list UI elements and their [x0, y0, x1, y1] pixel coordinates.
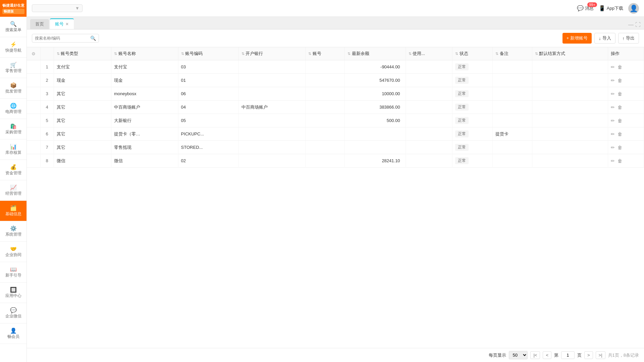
sidebar-purchase-label: 采购管理 — [2, 129, 25, 135]
sort-settle-icon: ⇅ — [535, 52, 538, 56]
sidebar-retail-label: 零售管理 — [2, 68, 25, 74]
tab-bar-expand-icon[interactable]: ⛶ — [635, 22, 641, 28]
top-search-dropdown-icon[interactable]: ▼ — [75, 6, 79, 11]
sidebar-item-enterprise-collab[interactable]: 🤝 企业协同 — [0, 242, 26, 262]
edit-icon[interactable]: ✏ — [611, 158, 615, 164]
app-download-icon: 📱 — [599, 5, 605, 11]
sidebar-item-basic-info[interactable]: 🗂️ 基础信息 — [0, 201, 26, 221]
row-remark — [492, 60, 532, 74]
row-code: 02 — [178, 154, 238, 168]
sidebar-item-inventory[interactable]: 📊 库存核算 — [0, 139, 26, 160]
row-usage — [406, 127, 452, 141]
row-settings-cell — [27, 127, 40, 141]
edit-icon[interactable]: ✏ — [611, 105, 615, 110]
import-button[interactable]: ↓ 导入 — [594, 33, 615, 44]
page-prev-button[interactable]: < — [543, 351, 551, 359]
status-badge: 正常 — [455, 117, 469, 124]
edit-icon[interactable]: ✏ — [611, 131, 615, 137]
col-account[interactable]: ⇅ 账号 — [306, 47, 345, 60]
sidebar-item-search[interactable]: 🔍 搜索菜单 — [0, 17, 26, 37]
edit-icon[interactable]: ✏ — [611, 64, 615, 70]
row-remark — [492, 87, 532, 101]
col-type[interactable]: ⇅ 账号类型 — [54, 47, 111, 60]
accounts-table: ⚙ ⇅ 账号类型 ⇅ 账号名称 ⇅ 账号编码 — [27, 47, 644, 168]
top-search-input[interactable] — [35, 6, 75, 11]
sidebar-item-quick-nav[interactable]: ⚡ 快捷导航 — [0, 37, 26, 58]
sidebar-item-system[interactable]: ⚙️ 系统管理 — [0, 221, 26, 242]
sidebar-item-retail[interactable]: 🛒 零售管理 — [0, 58, 26, 78]
row-balance: 28241.10 — [344, 154, 406, 168]
row-account — [306, 127, 345, 141]
page-label: 第 — [554, 352, 558, 358]
sidebar-item-finance[interactable]: 💰 资金管理 — [0, 160, 26, 180]
messages-button[interactable]: 💬 99+ 消息 — [577, 5, 594, 11]
sidebar-item-ecommerce[interactable]: 🌐 电商管理 — [0, 99, 26, 119]
sidebar-item-wholesale[interactable]: 📦 批发管理 — [0, 78, 26, 99]
row-usage — [406, 141, 452, 154]
tab-account-close[interactable]: ✕ — [65, 22, 69, 26]
page-number-input[interactable] — [561, 351, 575, 359]
delete-icon[interactable]: 🗑 — [618, 145, 622, 150]
page-last-button[interactable]: >| — [596, 351, 605, 359]
table-header-row: ⚙ ⇅ 账号类型 ⇅ 账号名称 ⇅ 账号编码 — [27, 47, 644, 60]
edit-icon[interactable]: ✏ — [611, 78, 615, 83]
col-usage[interactable]: ⇅ 使用... — [406, 47, 452, 60]
row-bank — [238, 87, 306, 101]
add-account-label: + 新增账号 — [567, 35, 588, 41]
delete-icon[interactable]: 🗑 — [618, 131, 622, 137]
delete-icon[interactable]: 🗑 — [618, 64, 622, 70]
tab-home[interactable]: 首页 — [30, 19, 49, 29]
row-code: 06 — [178, 87, 238, 101]
col-bank[interactable]: ⇅ 开户银行 — [238, 47, 306, 60]
page-next-button[interactable]: > — [584, 351, 593, 359]
page-first-button[interactable]: |< — [530, 351, 540, 359]
sidebar-item-app-center[interactable]: 🔲 应用中心 — [0, 283, 26, 303]
sidebar-item-newbie-guide[interactable]: 📖 新手引导 — [0, 262, 26, 283]
status-badge: 正常 — [455, 157, 469, 164]
row-settings-cell — [27, 60, 40, 74]
row-balance: 547670.00 — [344, 74, 406, 87]
export-button[interactable]: ↑ 导出 — [618, 33, 639, 44]
settings-icon[interactable]: ⚙ — [32, 51, 36, 56]
user-avatar[interactable]: 👤 — [628, 3, 639, 14]
guide-icon: 📖 — [2, 266, 25, 273]
search-icon: 🔍 — [90, 36, 96, 41]
top-search-box[interactable]: ▼ — [32, 4, 83, 12]
sidebar-item-member[interactable]: 👤 畅会员 — [0, 323, 26, 344]
edit-icon[interactable]: ✏ — [611, 91, 615, 97]
delete-icon[interactable]: 🗑 — [618, 118, 622, 123]
header-left: ▼ — [32, 4, 83, 12]
row-settings-cell — [27, 141, 40, 154]
sidebar-item-enterprise-wechat[interactable]: 💬 企业微信 — [0, 303, 26, 323]
col-settings: ⚙ — [27, 47, 40, 60]
col-default-settle[interactable]: ⇅ 默认结算方式 — [532, 47, 608, 60]
row-balance: 500.00 — [344, 114, 406, 127]
delete-icon[interactable]: 🗑 — [618, 78, 622, 83]
row-balance: 10000.00 — [344, 87, 406, 101]
col-name[interactable]: ⇅ 账号名称 — [111, 47, 178, 60]
col-code[interactable]: ⇅ 账号编码 — [178, 47, 238, 60]
row-settings-cell — [27, 87, 40, 101]
col-balance[interactable]: ⇅ 最新余额 — [344, 47, 406, 60]
delete-icon[interactable]: 🗑 — [618, 91, 622, 97]
search-box[interactable]: 🔍 — [32, 34, 99, 43]
page-size-select[interactable]: 50 100 200 — [509, 351, 528, 359]
app-download-button[interactable]: 📱 App下载 — [599, 5, 623, 11]
table-row: 3 其它 moneybosx 06 10000.00 正常 ✏ 🗑 — [27, 87, 644, 101]
col-remark[interactable]: ⇅ 备注 — [492, 47, 532, 60]
add-account-button[interactable]: + 新增账号 — [562, 33, 592, 44]
delete-icon[interactable]: 🗑 — [618, 105, 622, 110]
col-status[interactable]: ⇅ 状态 — [452, 47, 493, 60]
row-default-settle — [532, 127, 608, 141]
tab-account[interactable]: 账号 ✕ — [50, 18, 74, 29]
edit-icon[interactable]: ✏ — [611, 118, 615, 123]
tab-bar-minimize-icon[interactable]: — — [628, 22, 634, 28]
edit-icon[interactable]: ✏ — [611, 145, 615, 150]
sidebar-item-purchase[interactable]: 🛍️ 采购管理 — [0, 119, 26, 139]
sidebar-item-operations[interactable]: 📈 经营管理 — [0, 180, 26, 201]
sort-code-icon: ⇅ — [181, 52, 184, 56]
search-input[interactable] — [35, 36, 90, 41]
import-label: 导入 — [602, 35, 611, 41]
delete-icon[interactable]: 🗑 — [618, 158, 622, 164]
status-badge: 正常 — [455, 144, 469, 151]
